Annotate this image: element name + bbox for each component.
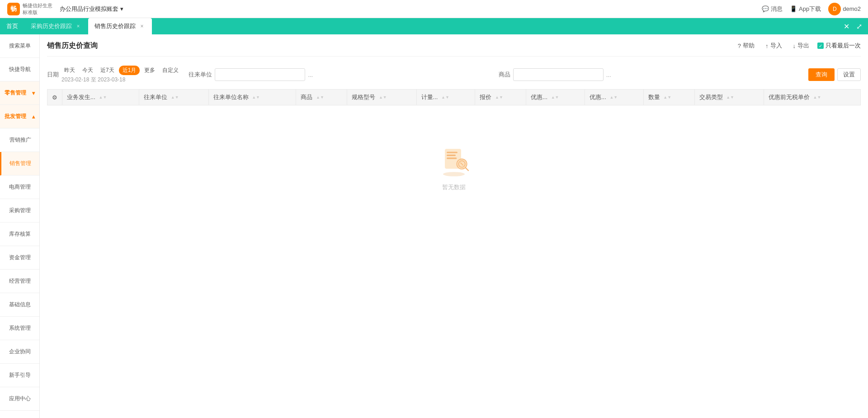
page-title: 销售历史价查询	[47, 41, 98, 51]
col-discount2[interactable]: 优惠... ▲▼	[585, 90, 643, 105]
col-quantity[interactable]: 数量 ▲▼	[643, 90, 694, 105]
svg-line-6	[466, 168, 468, 171]
col-settings[interactable]: ⚙	[47, 90, 62, 105]
sidebar-item-business-mgmt[interactable]: 经营管理	[0, 270, 39, 293]
app-selector[interactable]: 办公用品行业模拟账套 ▾	[56, 3, 127, 15]
top-bar: 畅 畅捷信好生意 标准版 办公用品行业模拟账套 ▾ 💬 消息 📱 App下载 D…	[0, 0, 868, 18]
content-area: 销售历史价查询 ? 帮助 ↑ 导入 ↓ 导出 ✓	[40, 34, 868, 418]
date-btn-1month[interactable]: 近1月	[119, 66, 140, 75]
only-last-checkbox[interactable]: ✓ 只看最后一次	[817, 42, 861, 50]
sidebar-item-enterprise-collab[interactable]: 企业协同	[0, 340, 39, 364]
col-product[interactable]: 商品 ▲▼	[296, 90, 347, 105]
sidebar-item-app-center[interactable]: 应用中心	[0, 387, 39, 411]
checkbox-icon: ✓	[817, 43, 824, 49]
svg-rect-4	[447, 157, 457, 159]
empty-state: 暂无数据	[47, 105, 861, 228]
sort-arrows: ▲▼	[495, 95, 503, 100]
top-bar-right: 💬 消息 📱 App下载 D demo2	[762, 3, 861, 15]
sidebar-item-sales-mgmt[interactable]: 销售管理	[0, 152, 39, 176]
date-range-text: 2023-02-18 至 2023-03-18	[61, 76, 181, 84]
help-button[interactable]: ? 帮助	[735, 40, 757, 52]
sidebar-item-new-guide[interactable]: 新手引导	[0, 364, 39, 387]
date-btn-yesterday[interactable]: 昨天	[61, 66, 78, 75]
tab-close-sales[interactable]: ×	[138, 23, 146, 30]
page-content: 销售历史价查询 ? 帮助 ↑ 导入 ↓ 导出 ✓	[40, 34, 868, 418]
import-icon: ↑	[765, 43, 769, 49]
table-header-row: ⚙ 业务发生... ▲▼ 往来单位 ▲▼ 往来单位名称 ▲▼	[47, 90, 861, 105]
sort-arrows: ▲▼	[99, 95, 107, 100]
chevron-down-icon: ▾	[120, 5, 123, 12]
product-ellipsis[interactable]: ...	[606, 71, 611, 78]
empty-text: 暂无数据	[442, 183, 466, 191]
logo-area: 畅 畅捷信好生意 标准版	[7, 2, 52, 15]
sort-arrows: ▲▼	[663, 95, 671, 100]
chevron-up-icon: ▴	[32, 114, 35, 120]
date-btn-custom[interactable]: 自定义	[160, 66, 181, 75]
date-buttons: 昨天 今天 近7天 近1月 更多 自定义	[61, 66, 181, 75]
filter-actions: 查询 设置	[808, 68, 861, 81]
table-settings-icon[interactable]: ⚙	[52, 94, 57, 101]
sidebar-item-search-menu[interactable]: 搜索菜单	[0, 34, 39, 58]
sidebar-item-retail-mgmt[interactable]: 零售管理 ▾	[0, 81, 39, 105]
phone-icon: 📱	[790, 5, 797, 12]
date-filter-group: 日期 昨天 今天 近7天 近1月 更多 自定义 2023-02-18 至 202…	[47, 66, 181, 84]
partner-filter-group: 往来单位 ...	[189, 68, 491, 81]
settings-button[interactable]: 设置	[837, 68, 861, 81]
sidebar: 搜索菜单 快捷导航 零售管理 ▾ 批发管理 ▴ 营销推广 销售管理 电商管理 采…	[0, 34, 40, 418]
import-button[interactable]: ↑ 导入	[763, 40, 785, 52]
avatar: D	[828, 3, 841, 15]
col-unit[interactable]: 计量... ▲▼	[416, 90, 475, 105]
svg-rect-3	[447, 155, 456, 156]
partner-input[interactable]	[215, 68, 305, 81]
tab-sales-history[interactable]: 销售历史价跟踪 ×	[88, 18, 152, 34]
sidebar-item-wholesale-mgmt[interactable]: 批发管理 ▴	[0, 105, 39, 128]
col-price[interactable]: 报价 ▲▼	[475, 90, 526, 105]
sort-arrows: ▲▼	[813, 95, 821, 100]
partner-ellipsis[interactable]: ...	[308, 71, 313, 78]
chat-icon: 💬	[762, 5, 769, 12]
sidebar-item-system-mgmt[interactable]: 系统管理	[0, 317, 39, 340]
partner-filter-label: 往来单位	[189, 71, 212, 79]
top-bar-left: 畅 畅捷信好生意 标准版 办公用品行业模拟账套 ▾	[7, 2, 127, 15]
col-spec[interactable]: 规格型号 ▲▼	[347, 90, 416, 105]
sidebar-item-marketing[interactable]: 营销推广	[0, 128, 39, 152]
sidebar-item-inventory-calc[interactable]: 库存核算	[0, 223, 39, 246]
date-btn-today[interactable]: 今天	[80, 66, 96, 75]
help-icon: ?	[738, 43, 741, 49]
col-discount1[interactable]: 优惠... ▲▼	[526, 90, 585, 105]
user-menu[interactable]: D demo2	[828, 3, 861, 15]
app-download-button[interactable]: 📱 App下载	[790, 5, 821, 13]
chat-button[interactable]: 💬 消息	[762, 5, 783, 13]
sidebar-item-purchase-mgmt[interactable]: 采购管理	[0, 199, 39, 223]
sidebar-item-quick-nav[interactable]: 快捷导航	[0, 58, 39, 81]
query-button[interactable]: 查询	[808, 68, 835, 81]
export-button[interactable]: ↓ 导出	[790, 40, 812, 52]
sidebar-item-basic-info[interactable]: 基础信息	[0, 293, 39, 317]
col-partner-name[interactable]: 往来单位名称 ▲▼	[208, 90, 296, 105]
sort-arrows: ▲▼	[379, 95, 387, 100]
svg-point-0	[443, 172, 465, 176]
tab-home[interactable]: 首页	[0, 18, 24, 34]
sidebar-item-ecommerce-mgmt[interactable]: 电商管理	[0, 176, 39, 199]
sort-arrows: ▲▼	[316, 95, 324, 100]
date-btn-7days[interactable]: 近7天	[98, 66, 117, 75]
sort-arrows: ▲▼	[441, 95, 449, 100]
page-header: 销售历史价查询 ? 帮助 ↑ 导入 ↓ 导出 ✓	[47, 40, 861, 57]
empty-icon	[436, 142, 472, 178]
sidebar-item-finance-mgmt[interactable]: 资金管理	[0, 246, 39, 270]
col-partner-code[interactable]: 往来单位 ▲▼	[139, 90, 208, 105]
date-btn-more[interactable]: 更多	[142, 66, 158, 75]
sidebar-item-enterprise-wechat[interactable]: 企业微信	[0, 411, 39, 418]
data-table: ⚙ 业务发生... ▲▼ 往来单位 ▲▼ 往来单位名称 ▲▼	[47, 89, 861, 105]
col-biz-date[interactable]: 业务发生... ▲▼	[62, 90, 139, 105]
sort-arrows: ▲▼	[726, 95, 734, 100]
close-tab-button[interactable]: ✕	[841, 21, 852, 32]
product-input[interactable]	[513, 68, 604, 81]
col-trade-type[interactable]: 交易类型 ▲▼	[694, 90, 764, 105]
col-pretax-price[interactable]: 优惠前无税单价 ▲▼	[764, 90, 860, 105]
page-actions: ? 帮助 ↑ 导入 ↓ 导出 ✓ 只看最后一次	[735, 40, 861, 52]
maximize-button[interactable]: ⤢	[854, 21, 864, 32]
tab-purchase-history[interactable]: 采购历史价跟踪 ×	[24, 18, 88, 34]
tab-close-purchase[interactable]: ×	[75, 23, 82, 30]
main-layout: 搜索菜单 快捷导航 零售管理 ▾ 批发管理 ▴ 营销推广 销售管理 电商管理 采…	[0, 34, 868, 418]
